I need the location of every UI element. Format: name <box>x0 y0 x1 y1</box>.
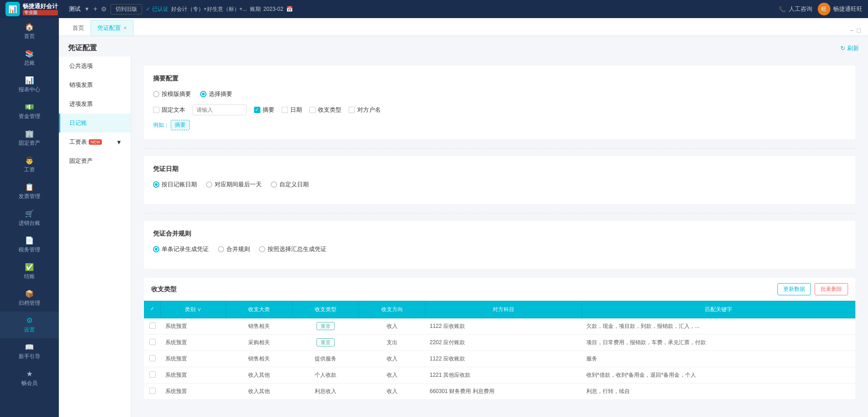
checkbox-date[interactable]: 日期 <box>282 106 302 114</box>
sidebar-item-funds[interactable]: 💵 资金管理 <box>0 98 59 125</box>
sidebar-label-archive: 归档管理 <box>19 299 40 307</box>
radio-custom-date-label: 自定义日期 <box>279 180 309 189</box>
sidebar-label-member: 畅会员 <box>21 379 38 387</box>
row-checkbox-box-4[interactable] <box>149 388 156 394</box>
th-category: 类别 ∨ <box>161 301 226 318</box>
checkbox-type[interactable]: 收支类型 <box>309 106 341 114</box>
sidebar-item-archive[interactable]: 📦 归档管理 <box>0 285 59 312</box>
batch-delete-button[interactable]: 批量删除 <box>815 283 848 295</box>
left-menu-item-journal[interactable]: 日记账 <box>59 114 131 133</box>
radio-period-last-day[interactable]: 对应期间最后一天 <box>206 180 262 189</box>
sidebar-label-fixed-assets: 固定资产 <box>19 139 40 147</box>
row-direction-4: 收入 <box>359 384 425 400</box>
top-bar-right: 📞 人工咨询 旺 畅捷通旺旺 <box>779 3 863 15</box>
sidebar-item-tax[interactable]: 📄 税务管理 <box>0 232 59 258</box>
table-btn-group: 更新数据 批量删除 <box>777 283 848 295</box>
left-menu-item-fixed-assets-sub[interactable]: 固定资产 <box>59 152 131 171</box>
invoice-icon: 📋 <box>25 183 34 191</box>
left-menu-item-public[interactable]: 公共选项 <box>59 57 131 76</box>
sidebar-label-guide: 新手引导 <box>19 353 40 360</box>
user-area[interactable]: 旺 畅捷通旺旺 <box>818 3 863 15</box>
sidebar-label-settings: 设置 <box>24 326 35 334</box>
row-checkbox-box-2[interactable] <box>149 355 156 361</box>
summary-options-row: 固定文本 摘要 日期 收支类型 <box>153 104 846 115</box>
reset-tag-1[interactable]: 重置 <box>317 338 335 346</box>
add-icon[interactable]: + <box>93 5 97 13</box>
radio-custom-date[interactable]: 自定义日期 <box>271 180 309 189</box>
sidebar-item-invoice[interactable]: 📋 发票管理 <box>0 178 59 205</box>
radio-journal-date[interactable]: 按日记账日期 <box>153 180 197 189</box>
row-checkbox-0[interactable] <box>144 318 161 335</box>
left-menu-item-purchase-invoice[interactable]: 进项发票 <box>59 95 131 114</box>
row-keywords-1: 项目，日常费用，报销款，车费，承兑汇票，付款 <box>582 335 855 351</box>
update-data-button[interactable]: 更新数据 <box>777 283 811 295</box>
checkbox-fixed-text[interactable]: 固定文本 <box>153 106 185 114</box>
radio-summary-generate[interactable]: 按照选择汇总生成凭证 <box>259 245 326 253</box>
fixed-text-input[interactable] <box>192 104 247 115</box>
tab-close-icon[interactable]: × <box>124 25 127 31</box>
radio-merge-rule-circle <box>218 246 224 252</box>
headset-icon: 📞 <box>779 6 786 13</box>
radio-merge-rule[interactable]: 合并规则 <box>218 245 250 253</box>
row-checkbox-1[interactable] <box>144 335 161 351</box>
radio-template-summary[interactable]: 按模版摘要 <box>153 90 191 98</box>
voucher-date-radio-group: 按日记账日期 对应期间最后一天 自定义日期 <box>153 180 846 189</box>
reset-tag-0[interactable]: 重置 <box>317 322 335 330</box>
brand-sub: 专业版 <box>23 10 58 15</box>
sidebar-item-settings[interactable]: ⚙ 设置 <box>0 312 59 338</box>
row-keywords-3: 收到*借款，收到*备用金，退回*备用金，个人 <box>582 367 855 384</box>
member-icon: ★ <box>26 370 33 378</box>
setting-icon[interactable]: ⚙ <box>101 5 107 13</box>
left-menu-label-journal: 日记账 <box>69 119 87 126</box>
row-checkbox-3[interactable] <box>144 367 161 384</box>
radio-select-summary[interactable]: 选择摘要 <box>200 90 232 98</box>
row-checkbox-2[interactable] <box>144 351 161 367</box>
row-big-class-4: 收入其他 <box>226 384 293 400</box>
sidebar-item-fixed-assets[interactable]: 🏢 固定资产 <box>0 125 59 152</box>
checkbox-counterpart[interactable]: 对方户名 <box>349 106 381 114</box>
sidebar-item-guide[interactable]: 📖 新手引导 <box>0 338 59 365</box>
left-menu-item-sales-invoice[interactable]: 销项发票 <box>59 76 131 95</box>
checkbox-counterpart-label: 对方户名 <box>357 106 381 114</box>
window-minimize-icon[interactable]: − <box>849 27 853 34</box>
brand-name: 畅捷通好会计 <box>23 3 58 10</box>
checkbox-fixed-text-label: 固定文本 <box>162 106 185 114</box>
consult-area[interactable]: 📞 人工咨询 <box>779 5 812 13</box>
radio-single-record-label: 单条记录生成凭证 <box>162 245 209 253</box>
row-keywords-0: 欠款，现金，项目款，到款，报销款，汇入，... <box>582 318 855 335</box>
sidebar-item-general-ledger[interactable]: 📚 总账 <box>0 45 59 71</box>
row-checkbox-box-1[interactable] <box>149 339 156 345</box>
table-row: 系统预置 收入其他 个人收款 收入 1221 其他应收款 收到*借款，收到*备用… <box>144 367 855 384</box>
sidebar-item-member[interactable]: ★ 畅会员 <box>0 365 59 392</box>
left-menu-label-public: 公共选项 <box>69 62 93 69</box>
tab-home[interactable]: 首页 <box>66 20 91 36</box>
main-layout: 🏠 首页 📚 总账 📊 报表中心 💵 资金管理 🏢 固定资产 👨 工资 📋 发票… <box>0 18 868 417</box>
dropdown-arrow-icon[interactable]: ▼ <box>84 6 90 12</box>
row-category-1: 系统预置 <box>161 335 226 351</box>
radio-select-label: 选择摘要 <box>209 90 232 98</box>
calendar-icon[interactable]: 📅 <box>286 6 293 12</box>
th-checkbox[interactable] <box>144 301 161 318</box>
row-subject-2: 1122 应收账款 <box>425 351 582 367</box>
sidebar-item-settlement[interactable]: ✅ 结账 <box>0 258 59 285</box>
refresh-button[interactable]: ↻ 刷新 <box>840 44 859 52</box>
report-icon: 📊 <box>25 76 34 85</box>
sidebar-item-purchase[interactable]: 🛒 进销台账 <box>0 205 59 232</box>
row-checkbox-box-3[interactable] <box>149 371 156 378</box>
window-maximize-icon[interactable]: □ <box>857 27 861 34</box>
sidebar-item-reports[interactable]: 📊 报表中心 <box>0 71 59 98</box>
select-all-checkbox[interactable] <box>149 306 156 312</box>
row-subject-1: 2202 应付账款 <box>425 335 582 351</box>
row-checkbox-4[interactable] <box>144 384 161 400</box>
sidebar-item-home[interactable]: 🏠 首页 <box>0 18 59 45</box>
switch-version-button[interactable]: 切到旧版 <box>110 4 142 14</box>
row-checkbox-box-0[interactable] <box>149 322 156 329</box>
radio-merge-rule-label: 合并规则 <box>226 245 250 253</box>
sidebar-item-payroll[interactable]: 👨 工资 <box>0 152 59 178</box>
tab-voucher-config[interactable]: 凭证配置 × <box>91 20 134 36</box>
left-menu-item-payroll-table[interactable]: 工资表 NEW ▼ <box>59 133 131 152</box>
fixed-assets-icon: 🏢 <box>25 129 34 138</box>
row-big-class-0: 销售相关 <box>226 318 293 335</box>
radio-single-record[interactable]: 单条记录生成凭证 <box>153 245 209 253</box>
checkbox-abstract[interactable]: 摘要 <box>254 106 274 114</box>
